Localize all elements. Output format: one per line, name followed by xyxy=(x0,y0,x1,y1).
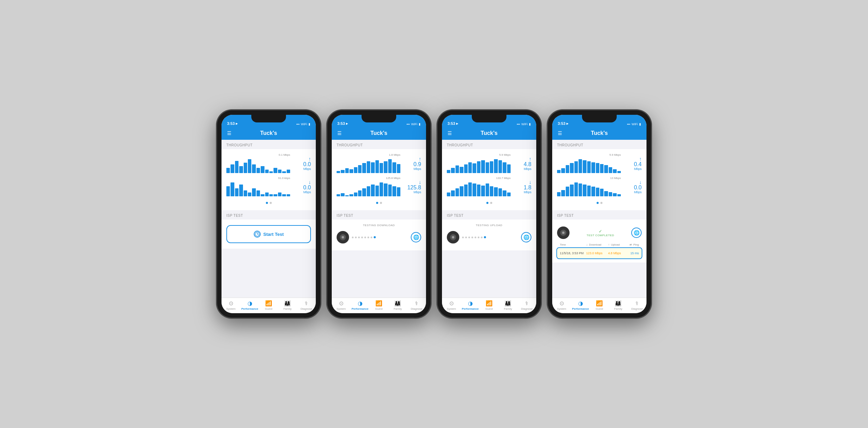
upload-header: ↑ Upload xyxy=(608,243,626,246)
tab-family[interactable]: 👨‍👩‍👧 Family xyxy=(278,300,297,310)
start-test-button[interactable]: Start Test xyxy=(226,225,311,243)
phone-screen: 3:53 ▸ ▪▪▪ WiFi ▮ ☰ Tuck's THROUGHPUT 1.… xyxy=(332,115,426,313)
bar xyxy=(604,191,608,196)
bar xyxy=(494,187,497,196)
phones-container: 3:53 ▸ ▪▪▪ WiFi ▮ ☰ Tuck's THROUGHPUT 0.… xyxy=(217,110,651,318)
bar xyxy=(371,185,374,196)
dot-inactive xyxy=(490,202,492,204)
bar xyxy=(265,192,269,196)
tab-system[interactable]: ⊙ System xyxy=(332,300,350,310)
family-tab-label: Family xyxy=(284,307,292,310)
bar xyxy=(261,166,264,173)
tab-family[interactable]: 👨‍👩‍👧 Family xyxy=(388,300,407,310)
status-time: 3:53 ▸ xyxy=(448,121,458,126)
pdot-active xyxy=(374,236,376,238)
upload-max-label: 5.9 Mbps xyxy=(447,153,511,156)
guest-tab-icon: 📶 xyxy=(375,300,382,307)
bar xyxy=(269,171,273,173)
ping-arrow: ⇌ xyxy=(630,243,632,246)
bar xyxy=(392,186,396,196)
tab-family[interactable]: 👨‍👩‍👧 Family xyxy=(498,300,517,310)
tab-system[interactable]: ⊙ System xyxy=(552,300,571,310)
tab-performance[interactable]: ◑ Performance xyxy=(350,300,369,310)
isp-inner: TESTING DOWNLOAD xyxy=(332,220,426,250)
page-dots xyxy=(447,200,531,206)
status-icons: ▪▪▪ WiFi ▮ xyxy=(517,122,531,126)
guest-tab-label: Guest xyxy=(596,307,603,310)
family-tab-icon: 👨‍👩‍👧 xyxy=(394,300,401,307)
download-chart-row: 133.7 Mbps ↓ 1.8 Mbps xyxy=(447,177,531,196)
upload-unit: Mbps xyxy=(634,167,642,171)
throughput-inner: 0.1 Mbps ↑ 0.0 Mbps 91.0 kbps xyxy=(222,149,316,210)
upload-unit: Mbps xyxy=(524,167,531,171)
download-value-area: ↓ 0.0 Mbps xyxy=(624,179,642,194)
bar xyxy=(604,165,608,173)
tab-diagnose[interactable]: ⚕ Diagnose xyxy=(518,300,536,310)
dl-arrow: ↓ xyxy=(586,243,588,246)
tab-diagnose[interactable]: ⚕ Diagnose xyxy=(628,300,646,310)
tab-performance[interactable]: ◑ Performance xyxy=(571,300,590,310)
bar xyxy=(477,185,480,196)
system-tab-label: System xyxy=(447,307,456,310)
tab-performance[interactable]: ◑ Performance xyxy=(461,300,479,310)
wifi-icon: WiFi xyxy=(411,122,417,126)
bar xyxy=(384,183,387,196)
bar xyxy=(375,186,379,196)
download-value: 0.0 xyxy=(303,185,311,190)
upload-value-area: ↑ 0.4 Mbps xyxy=(624,156,642,171)
upload-arrow: ↑ xyxy=(419,156,421,162)
bar xyxy=(257,190,260,196)
bar xyxy=(341,170,344,173)
notch xyxy=(582,115,617,122)
header-title: Tuck's xyxy=(591,130,608,136)
download-chart-area: 133.7 Mbps xyxy=(447,177,511,196)
upload-unit: Mbps xyxy=(414,167,421,171)
tab-guest[interactable]: 📶 Guest xyxy=(480,300,498,310)
bar xyxy=(239,166,243,173)
menu-icon[interactable]: ☰ xyxy=(227,130,232,136)
tab-performance[interactable]: ◑ Performance xyxy=(240,300,259,310)
menu-icon[interactable]: ☰ xyxy=(448,130,452,136)
tab-diagnose[interactable]: ⚕ Diagnose xyxy=(297,300,316,310)
menu-icon[interactable]: ☰ xyxy=(337,130,342,136)
bar xyxy=(464,164,468,173)
isp-inner: Start Test xyxy=(222,220,316,249)
pdot xyxy=(481,237,483,238)
upload-max-label: 5.9 Mbps xyxy=(557,153,621,156)
bar xyxy=(235,188,238,196)
signal-icon: ▪▪▪ xyxy=(406,122,410,126)
bar xyxy=(362,188,366,196)
result-highlighted-row[interactable]: 11/5/18, 3:53 PM 123.0 Mbps 4.8 Mbps 15 … xyxy=(557,248,642,258)
header-title: Tuck's xyxy=(260,130,277,136)
router-svg xyxy=(560,229,567,236)
upload-value-area: ↑ 0.0 Mbps xyxy=(293,156,311,171)
bar xyxy=(570,163,573,173)
tab-diagnose[interactable]: ⚕ Diagnose xyxy=(407,300,426,310)
throughput-label: THROUGHPUT xyxy=(332,140,426,149)
bar xyxy=(574,161,578,173)
family-tab-icon: 👨‍👩‍👧 xyxy=(615,300,622,307)
phone-phone2: 3:53 ▸ ▪▪▪ WiFi ▮ ☰ Tuck's THROUGHPUT 1.… xyxy=(327,110,431,318)
download-max-label: 133.7 Mbps xyxy=(447,177,511,180)
result-download: 123.0 Mbps xyxy=(586,251,608,255)
result-upload: 4.8 Mbps xyxy=(608,251,626,255)
tab-guest[interactable]: 📶 Guest xyxy=(590,300,609,310)
performance-tab-icon: ◑ xyxy=(358,300,363,307)
test-completed-label: TEST COMPLETED xyxy=(572,234,628,237)
bar xyxy=(468,162,472,173)
tab-family[interactable]: 👨‍👩‍👧 Family xyxy=(609,300,627,310)
menu-icon[interactable]: ☰ xyxy=(558,130,562,136)
bar xyxy=(498,160,502,173)
bar xyxy=(617,194,621,196)
bar xyxy=(617,171,621,173)
notch xyxy=(251,115,286,122)
upload-value: 0.0 xyxy=(303,162,311,167)
signal-icon: ▪▪▪ xyxy=(627,122,630,126)
bar xyxy=(507,164,511,173)
tab-guest[interactable]: 📶 Guest xyxy=(259,300,278,310)
upload-value: 0.9 xyxy=(414,162,421,167)
tab-system[interactable]: ⊙ System xyxy=(442,300,461,310)
tab-guest[interactable]: 📶 Guest xyxy=(370,300,388,310)
tab-system[interactable]: ⊙ System xyxy=(222,300,240,310)
pdot xyxy=(478,237,479,238)
